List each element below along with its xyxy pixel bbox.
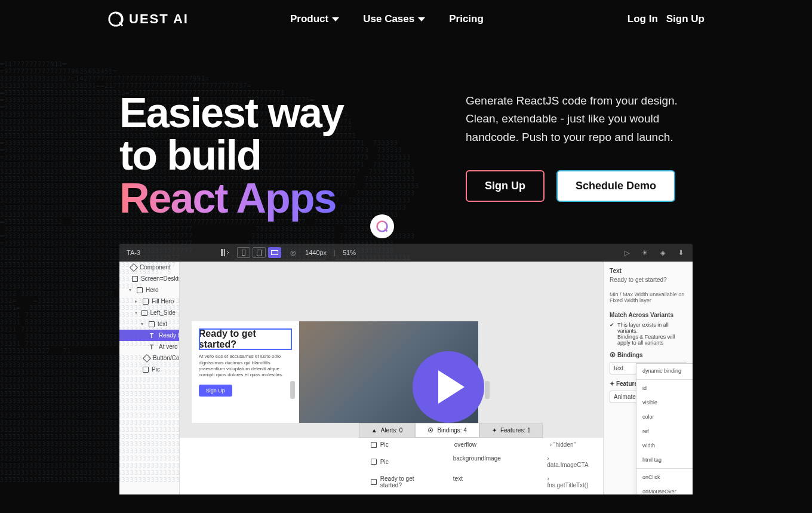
- frame-icon: [371, 459, 377, 465]
- binding-row[interactable]: Picoverflow› "hidden": [359, 438, 603, 451]
- caret-icon: ▾: [129, 287, 134, 293]
- quest-badge-icon: [370, 214, 394, 238]
- panel-toggle-icon[interactable]: [220, 248, 230, 257]
- nav-product[interactable]: Product: [290, 13, 339, 25]
- hero-description: Generate ReactJS code from your design. …: [466, 92, 693, 146]
- chevron-down-icon: [418, 17, 425, 21]
- tree-item-label: Pic: [152, 366, 160, 373]
- tab-features[interactable]: ✦ Features: 1: [479, 423, 543, 438]
- binding-value: › "hidden": [550, 441, 576, 448]
- download-icon[interactable]: ⬇: [676, 248, 685, 257]
- canvas: Ready to get started? At vero eos et acc…: [180, 262, 603, 494]
- hero-right: Generate ReactJS code from your design. …: [466, 92, 693, 220]
- binding-value: › fns.getTitleTxt(): [547, 475, 591, 489]
- binding-dropdown: dynamic bindingidvisiblecolorrefwidthhtm…: [636, 363, 693, 494]
- resize-handle-left[interactable]: [290, 381, 295, 399]
- match-line1: This layer exists in all variants.: [617, 322, 687, 334]
- tree-item[interactable]: ▸Fill Hero: [119, 296, 179, 307]
- video-play-button[interactable]: [413, 351, 484, 423]
- device-mobile[interactable]: [237, 247, 250, 258]
- play-icon[interactable]: ▷: [622, 248, 632, 257]
- canvas-main: Ready to get started? At vero eos et acc…: [180, 262, 603, 423]
- tree-item[interactable]: TAt vero eos et …: [119, 341, 179, 352]
- tree-item[interactable]: TReady to get st…: [119, 330, 179, 341]
- sun-icon[interactable]: ☀: [640, 248, 650, 257]
- caret-icon: ▾: [141, 321, 146, 327]
- frame-icon: [137, 287, 143, 293]
- tab-features-label: Features: 1: [500, 427, 531, 434]
- tree-item-label: At vero eos et …: [159, 343, 180, 350]
- tree-item[interactable]: Component: [119, 262, 179, 273]
- login-link[interactable]: Log In: [628, 13, 658, 25]
- tab-alerts[interactable]: ▲ Alerts: 0: [359, 423, 416, 438]
- play-icon: [438, 370, 465, 404]
- binding-layer: Ready to get started?: [380, 475, 429, 489]
- dropdown-item[interactable]: ref: [636, 424, 693, 438]
- match-variants-check: ✔ This layer exists in all variants. Bin…: [610, 322, 687, 346]
- doc-name: TA-3: [127, 249, 140, 256]
- schedule-demo-button[interactable]: Schedule Demo: [556, 170, 675, 202]
- match-line2: Bindings & Features will apply to all va…: [617, 334, 687, 346]
- binding-property: backgroundImage: [453, 455, 524, 468]
- canvas-signup-button[interactable]: Sign Up: [199, 385, 232, 397]
- text-icon: T: [150, 333, 156, 339]
- layer-tree: ComponentScreen=Desktop▾Hero▸Fill Hero▾L…: [119, 262, 180, 494]
- properties-panel: Text Ready to get started? Min / Max Wid…: [603, 262, 693, 494]
- component-icon: [143, 354, 151, 363]
- device-desktop[interactable]: [268, 247, 281, 258]
- device-tablet[interactable]: [253, 247, 266, 258]
- signup-button[interactable]: Sign Up: [466, 170, 545, 202]
- dropdown-item[interactable]: onMouseOver: [636, 484, 693, 494]
- logo[interactable]: UEST AI: [107, 11, 189, 27]
- hero-title: Easiest way to build React Apps: [119, 92, 394, 220]
- tree-item-label: Button/Contained: [153, 355, 180, 361]
- bindings-table: Picoverflow› "hidden"PicbackgroundImage›…: [180, 438, 603, 494]
- dropdown-item[interactable]: width: [636, 438, 693, 453]
- binding-layer: Pic: [380, 441, 389, 448]
- app-toolbar: TA-3 ◎ 1440px | 51% ▷ ☀ ◈ ⬇: [119, 244, 693, 262]
- tree-item[interactable]: ▾text: [119, 318, 179, 330]
- dropdown-item[interactable]: dynamic binding: [636, 364, 693, 378]
- binding-property: text: [453, 475, 524, 489]
- nav-pricing-label: Pricing: [449, 13, 484, 25]
- svg-rect-5: [224, 249, 225, 256]
- auth-links: Log In Sign Up: [628, 13, 705, 25]
- caret-icon: ▾: [135, 310, 139, 315]
- tree-item[interactable]: ▾Left_Side: [119, 307, 179, 318]
- nav-use-cases[interactable]: Use Cases: [363, 13, 425, 25]
- bindings-heading: ⦿ Bindings: [610, 352, 687, 358]
- binding-value: › data.ImageCTA: [547, 455, 591, 468]
- tree-item-label: Component: [140, 264, 171, 271]
- signup-link[interactable]: Sign Up: [666, 13, 705, 25]
- dropdown-item[interactable]: color: [636, 410, 693, 424]
- tree-item[interactable]: Button/Contained: [119, 352, 179, 364]
- component-icon: [130, 263, 138, 272]
- cube-icon[interactable]: ◈: [658, 248, 668, 257]
- binding-row[interactable]: PicbackgroundImage› data.ImageCTA: [359, 451, 603, 472]
- tree-item-label: Ready to get st…: [159, 332, 180, 339]
- text-label: Text: [610, 268, 687, 274]
- canvas-heading[interactable]: Ready to get started?: [199, 328, 292, 350]
- frame-icon: [149, 321, 155, 327]
- dropdown-item[interactable]: visible: [636, 395, 693, 410]
- target-icon[interactable]: ◎: [288, 248, 298, 257]
- tree-item[interactable]: Pic: [119, 364, 179, 375]
- tree-item-label: text: [158, 321, 167, 327]
- canvas-content: Ready to get started? At vero eos et acc…: [192, 321, 299, 423]
- tree-item-label: Screen=Desktop: [141, 275, 180, 282]
- tree-item[interactable]: ▾Hero: [119, 284, 179, 296]
- tab-alerts-label: Alerts: 0: [381, 427, 403, 434]
- dropdown-item[interactable]: onClick: [636, 470, 693, 484]
- tree-item-label: Fill Hero: [152, 298, 174, 305]
- tab-bindings[interactable]: ⦿ Bindings: 4: [415, 423, 479, 438]
- hero-line1: Easiest way: [119, 90, 343, 136]
- frame-icon: [371, 442, 377, 448]
- check-icon: ✔: [610, 322, 614, 328]
- nav-pricing[interactable]: Pricing: [449, 13, 484, 25]
- dropdown-item[interactable]: html tag: [636, 453, 693, 467]
- resize-handle-right[interactable]: [485, 381, 490, 399]
- text-icon: T: [150, 344, 156, 350]
- dropdown-item[interactable]: id: [636, 381, 693, 395]
- tree-item[interactable]: Screen=Desktop: [119, 273, 179, 284]
- binding-row[interactable]: Ready to get started?text› fns.getTitleT…: [359, 472, 603, 492]
